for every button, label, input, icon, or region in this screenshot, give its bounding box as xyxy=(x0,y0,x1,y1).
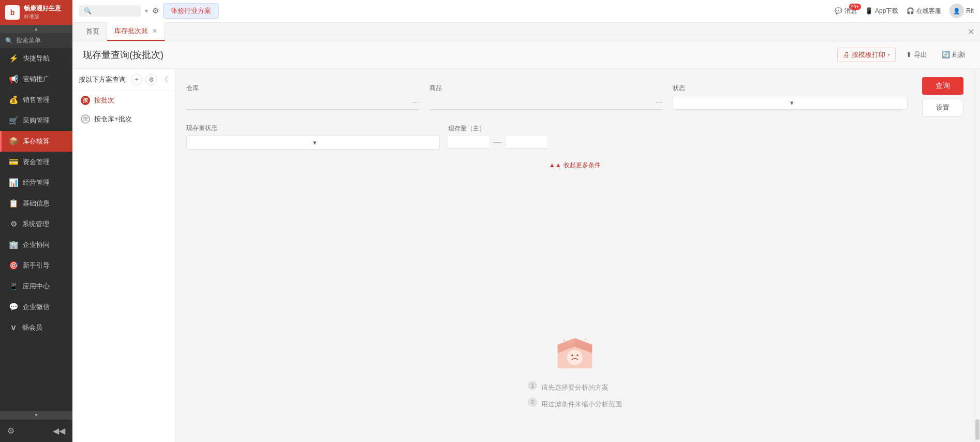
export-icon: ⬆ xyxy=(906,51,912,58)
online-service-btn[interactable]: 🎧 在线客服 xyxy=(907,7,941,16)
sidebar: b 畅康通好生意 标准版 ▲ 🔍 搜索菜单 ⚡ 快捷导航 📢 营销推广 💰 销售… xyxy=(0,0,72,442)
tab-inventory-batch[interactable]: 库存批次账 ✕ xyxy=(107,22,165,41)
sidebar-search[interactable]: 🔍 搜索菜单 xyxy=(0,33,72,48)
filter-product-field: 商品 ··· xyxy=(429,84,664,110)
sidebar-item-enterprise[interactable]: 🏢 企业协同 xyxy=(0,234,72,255)
sales-icon: 💰 xyxy=(9,95,19,105)
sidebar-item-newbie[interactable]: 🎯 新手引导 xyxy=(0,255,72,276)
page-header-actions: 🖨 按模板打印 ▾ ⬆ 导出 🔄 刷新 xyxy=(837,48,970,62)
settings-btn[interactable]: 设置 xyxy=(922,99,963,116)
scheme-item-by-warehouse-batch[interactable]: 按 按仓库+批次 xyxy=(72,110,175,128)
print-chevron-icon[interactable]: ▾ xyxy=(887,52,890,57)
topbar-search-box[interactable]: 🔍 xyxy=(79,5,141,17)
tip-num-1: 1 xyxy=(528,381,537,390)
trial-btn[interactable]: 体验行业方案 xyxy=(163,3,219,19)
sidebar-item-purchase[interactable]: 🛒 采购管理 xyxy=(0,110,72,131)
scheme-settings-btn[interactable]: ⚙ xyxy=(145,74,157,85)
app-download-label: App下载 xyxy=(875,7,898,16)
filter-stock-status-select[interactable]: ▾ xyxy=(186,136,440,150)
print-label: 按模板打印 xyxy=(852,50,885,60)
tip-num-2: 2 xyxy=(528,397,537,407)
sidebar-item-finance[interactable]: 💳 资金管理 xyxy=(0,152,72,172)
left-panel: 按以下方案查询 ＋ ⚙ 《 按 按批次 按 按仓库+批次 xyxy=(72,69,176,442)
collapse-up-icon: ▲▲ xyxy=(549,161,561,169)
sidebar-item-label: 应用中心 xyxy=(23,282,50,291)
filter-warehouse-input-wrap[interactable]: ··· xyxy=(186,96,421,110)
sidebar-item-label: 销售管理 xyxy=(23,95,50,105)
panel-collapse-btn[interactable]: 《 xyxy=(160,74,169,85)
sidebar-item-inventory[interactable]: 📦 库存核算 xyxy=(0,131,72,152)
user-avatar-area[interactable]: 👤 Rit xyxy=(949,4,974,18)
filter-stock-qty-field: 现存量（主） — xyxy=(448,124,702,149)
filter-warehouse-field: 仓库 ··· xyxy=(186,84,421,110)
filter-warehouse-input[interactable] xyxy=(186,98,410,106)
empty-illustration xyxy=(549,323,601,375)
sidebar-item-management[interactable]: 📊 经营管理 xyxy=(0,172,72,193)
quick-nav-icon: ⚡ xyxy=(9,54,19,63)
tip-text-2: 用过滤条件来缩小分析范围 xyxy=(541,397,622,411)
topbar-search-icon: 🔍 xyxy=(84,7,92,14)
filter-warehouse-dots[interactable]: ··· xyxy=(410,98,421,107)
notification-badge: 99+ xyxy=(849,4,861,10)
filter-product-input[interactable] xyxy=(429,98,654,106)
query-btn[interactable]: 查询 xyxy=(922,77,963,95)
sidebar-item-quick-nav[interactable]: ⚡ 快捷导航 xyxy=(0,48,72,69)
sidebar-item-marketing[interactable]: 📢 营销推广 xyxy=(0,69,72,90)
scheme-item-by-batch[interactable]: 按 按批次 xyxy=(72,91,175,110)
refresh-btn[interactable]: 🔄 刷新 xyxy=(938,48,970,62)
sidebar-item-vip[interactable]: V 畅会员 xyxy=(0,317,72,338)
topbar-chevron-icon[interactable]: ▾ xyxy=(145,7,148,14)
filter-stock-qty-max[interactable] xyxy=(506,136,547,149)
sidebar-scroll-down[interactable]: ▼ xyxy=(0,411,72,419)
sidebar-scroll-up[interactable]: ▲ xyxy=(0,25,72,33)
sidebar-item-label: 资金管理 xyxy=(23,157,50,167)
filter-stock-status-chevron-icon: ▾ xyxy=(313,139,434,146)
tab-panel-close-btn[interactable]: ✕ xyxy=(961,22,980,41)
filter-status-select[interactable]: ▾ xyxy=(673,96,908,110)
left-panel-header: 按以下方案查询 ＋ ⚙ 《 xyxy=(72,69,175,91)
filter-panel: 仓库 ··· 商品 ··· xyxy=(176,69,974,292)
svg-point-6 xyxy=(563,340,565,341)
export-btn[interactable]: ⬆ 导出 xyxy=(902,48,931,62)
filter-stock-qty-min[interactable] xyxy=(448,136,489,149)
sidebar-item-system[interactable]: ⚙ 系统管理 xyxy=(0,214,72,234)
app-download-btn[interactable]: 📱 App下载 xyxy=(865,7,898,16)
purchase-icon: 🛒 xyxy=(9,116,19,125)
add-scheme-btn[interactable]: ＋ xyxy=(131,74,142,85)
filter-product-input-wrap[interactable]: ··· xyxy=(429,96,664,110)
inventory-icon: 📦 xyxy=(9,137,19,146)
main-right-scrollbar[interactable] xyxy=(974,69,980,442)
filter-product-dots[interactable]: ··· xyxy=(654,98,664,107)
sidebar-item-enterprise-wechat[interactable]: 💬 企业微信 xyxy=(0,297,72,317)
scrollbar-thumb[interactable] xyxy=(975,419,979,440)
tab-home-label: 首页 xyxy=(86,27,99,36)
sidebar-item-sales[interactable]: 💰 销售管理 xyxy=(0,90,72,110)
filter-status-field: 状态 ▾ xyxy=(673,84,908,110)
collapse-row[interactable]: ▲▲ 收起更多条件 xyxy=(186,157,963,174)
sidebar-item-label: 新手引导 xyxy=(23,261,50,270)
filter-row-1: 仓库 ··· 商品 ··· xyxy=(186,77,963,116)
tab-home[interactable]: 首页 xyxy=(79,22,107,41)
tab-close-icon[interactable]: ✕ xyxy=(152,27,157,35)
settings-gear-icon[interactable]: ⚙ xyxy=(5,424,17,438)
sidebar-item-app-center[interactable]: 📱 应用中心 xyxy=(0,276,72,297)
app-center-icon: 📱 xyxy=(9,282,19,291)
app-version: 标准版 xyxy=(24,13,61,20)
svg-point-5 xyxy=(576,355,578,356)
sidebar-collapse-icon[interactable]: ◀◀ xyxy=(51,424,67,438)
right-area: 仓库 ··· 商品 ··· xyxy=(176,69,974,442)
scheme-label: 按批次 xyxy=(94,96,114,105)
print-btn[interactable]: 🖨 按模板打印 ▾ xyxy=(837,48,896,62)
topbar-gear-icon[interactable]: ⚙ xyxy=(152,6,159,16)
headset-icon: 🎧 xyxy=(907,7,914,14)
main-content-area: 现存量查询(按批次) 🖨 按模板打印 ▾ ⬆ 导出 🔄 刷新 xyxy=(72,41,980,442)
enterprise-wechat-icon: 💬 xyxy=(9,302,19,312)
message-btn[interactable]: 💬 消息 99+ xyxy=(835,7,857,16)
sidebar-header-text: 畅康通好生意 标准版 xyxy=(24,5,61,20)
empty-state: 1 请先选择要分析的方案 2 用过滤条件来缩小分析范围 xyxy=(176,292,974,442)
sidebar-item-label: 快捷导航 xyxy=(23,54,50,63)
avatar: 👤 xyxy=(949,4,964,18)
sidebar-item-basic-info[interactable]: 📋 基础信息 xyxy=(0,193,72,214)
online-service-label: 在线客服 xyxy=(916,7,941,16)
scheme-active-icon: 按 xyxy=(81,96,90,105)
